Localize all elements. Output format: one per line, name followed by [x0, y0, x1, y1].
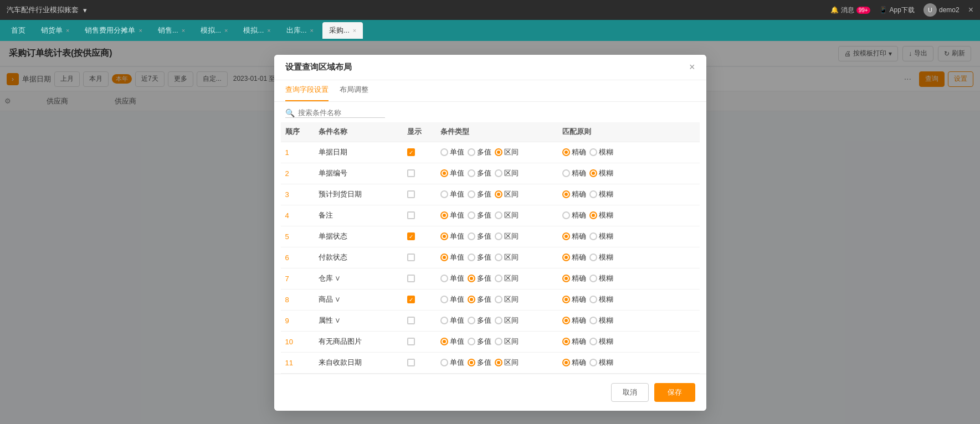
radio-item[interactable]: 区间	[495, 231, 519, 241]
tab-6[interactable]: 出库... ×	[280, 22, 320, 39]
tab-3[interactable]: 销售... ×	[151, 22, 192, 39]
cancel-button[interactable]: 取消	[611, 383, 649, 402]
match-radio-item[interactable]: 模糊	[589, 189, 613, 199]
match-radio-item[interactable]: 精确	[562, 210, 586, 220]
radio-item[interactable]: 区间	[495, 168, 519, 178]
match-radio-dot	[562, 275, 570, 282]
radio-item[interactable]: 多值	[468, 252, 491, 262]
match-radio-item[interactable]: 模糊	[589, 252, 613, 262]
app-download-btn[interactable]: 📱 App下载	[879, 6, 915, 15]
radio-item[interactable]: 多值	[468, 337, 491, 347]
tab-sales-close[interactable]: ×	[66, 27, 69, 34]
radio-item[interactable]: 区间	[495, 294, 519, 304]
radio-item[interactable]: 单值	[440, 294, 464, 304]
radio-item[interactable]: 单值	[440, 231, 464, 241]
radio-item[interactable]: 多值	[468, 273, 491, 283]
radio-item[interactable]: 多值	[468, 147, 491, 157]
download-icon: 📱	[879, 6, 887, 14]
radio-dot	[440, 169, 448, 177]
tab-7-close[interactable]: ×	[353, 27, 356, 34]
tab-home[interactable]: 首页	[4, 22, 32, 39]
notification-btn[interactable]: 🔔 消息 99+	[830, 6, 870, 15]
dialog-close-button[interactable]: ×	[689, 62, 695, 72]
tab-6-close[interactable]: ×	[310, 27, 314, 34]
radio-item[interactable]: 区间	[495, 358, 519, 368]
match-radio-item[interactable]: 模糊	[589, 231, 613, 241]
tab-salesfee[interactable]: 销售费用分摊单 ×	[78, 22, 148, 39]
match-radio-item[interactable]: 精确	[562, 337, 586, 347]
tab-4-close[interactable]: ×	[224, 27, 228, 34]
condition-search-input[interactable]	[298, 108, 376, 117]
radio-item[interactable]: 区间	[495, 147, 519, 157]
radio-item[interactable]: 区间	[495, 273, 519, 283]
match-radio-item[interactable]: 精确	[562, 168, 586, 178]
match-radio-item[interactable]: 模糊	[589, 294, 613, 304]
match-radio-item[interactable]: 模糊	[589, 316, 613, 325]
match-radio-item[interactable]: 精确	[562, 231, 586, 241]
tab-5-close[interactable]: ×	[267, 27, 270, 34]
row-show-checkbox[interactable]	[407, 275, 415, 282]
row-match-group: 精确模糊	[562, 358, 673, 368]
radio-item[interactable]: 多值	[468, 231, 491, 241]
user-avatar[interactable]: U demo2	[923, 3, 960, 17]
match-radio-item[interactable]: 模糊	[589, 210, 613, 220]
radio-item[interactable]: 单值	[440, 358, 464, 368]
row-show-checkbox[interactable]	[407, 169, 415, 177]
tab-4[interactable]: 模拟... ×	[194, 22, 234, 39]
dropdown-arrow[interactable]: ▾	[83, 6, 87, 14]
match-radio-label: 精确	[572, 147, 586, 157]
radio-item[interactable]: 单值	[440, 273, 464, 283]
radio-item[interactable]: 多值	[468, 316, 491, 325]
radio-item[interactable]: 单值	[440, 189, 464, 199]
match-radio-item[interactable]: 模糊	[589, 358, 613, 368]
radio-item[interactable]: 单值	[440, 168, 464, 178]
save-button[interactable]: 保存	[654, 383, 695, 402]
match-radio-item[interactable]: 精确	[562, 252, 586, 262]
radio-item[interactable]: 区间	[495, 210, 519, 220]
tab-3-close[interactable]: ×	[182, 27, 185, 34]
radio-item[interactable]: 单值	[440, 252, 464, 262]
match-radio-item[interactable]: 精确	[562, 358, 586, 368]
radio-item[interactable]: 多值	[468, 189, 491, 199]
radio-item[interactable]: 单值	[440, 316, 464, 325]
row-show-checkbox[interactable]: ✓	[407, 296, 415, 303]
match-radio-item[interactable]: 精确	[562, 189, 586, 199]
radio-item[interactable]: 区间	[495, 316, 519, 325]
radio-item[interactable]: 区间	[495, 189, 519, 199]
match-radio-item[interactable]: 模糊	[589, 147, 613, 157]
match-radio-item[interactable]: 精确	[562, 294, 586, 304]
close-icon[interactable]: ×	[968, 5, 973, 15]
match-radio-item[interactable]: 模糊	[589, 337, 613, 347]
row-show-checkbox[interactable]	[407, 211, 415, 219]
match-radio-item[interactable]: 模糊	[589, 168, 613, 178]
radio-item[interactable]: 区间	[495, 252, 519, 262]
row-show-checkbox[interactable]	[407, 254, 415, 261]
radio-item[interactable]: 单值	[440, 147, 464, 157]
radio-item[interactable]: 单值	[440, 337, 464, 347]
row-show-checkbox[interactable]: ✓	[407, 148, 415, 156]
tab-salesfee-close[interactable]: ×	[138, 27, 142, 34]
radio-item[interactable]: 多值	[468, 210, 491, 220]
row-show-checkbox[interactable]	[407, 359, 415, 366]
dialog-tab-query-fields[interactable]: 查询字段设置	[285, 80, 329, 101]
radio-item[interactable]: 单值	[440, 210, 464, 220]
match-radio-item[interactable]: 模糊	[589, 273, 613, 283]
conditions-table: 顺序 条件名称 显示 条件类型 匹配原则 1单据日期✓单值多值区间精确模糊2单据…	[274, 122, 706, 374]
row-show-checkbox[interactable]: ✓	[407, 232, 415, 240]
match-radio-item[interactable]: 精确	[562, 147, 586, 157]
row-show-checkbox[interactable]	[407, 317, 415, 324]
row-show-checkbox[interactable]	[407, 190, 415, 198]
radio-item[interactable]: 多值	[468, 358, 491, 368]
tab-7[interactable]: 采购... ×	[322, 22, 363, 39]
radio-item[interactable]: 多值	[468, 168, 491, 178]
row-show-checkbox[interactable]	[407, 338, 415, 345]
tab-sales[interactable]: 销货单 ×	[34, 22, 76, 39]
condition-search-box[interactable]: 🔍	[285, 108, 385, 118]
match-radio-item[interactable]: 精确	[562, 316, 586, 325]
match-radio-item[interactable]: 精确	[562, 273, 586, 283]
tab-5[interactable]: 模拟... ×	[237, 22, 277, 39]
dialog-tab-layout[interactable]: 布局调整	[340, 80, 368, 101]
radio-item[interactable]: 多值	[468, 294, 491, 304]
radio-item[interactable]: 区间	[495, 337, 519, 347]
radio-dot	[440, 359, 448, 366]
